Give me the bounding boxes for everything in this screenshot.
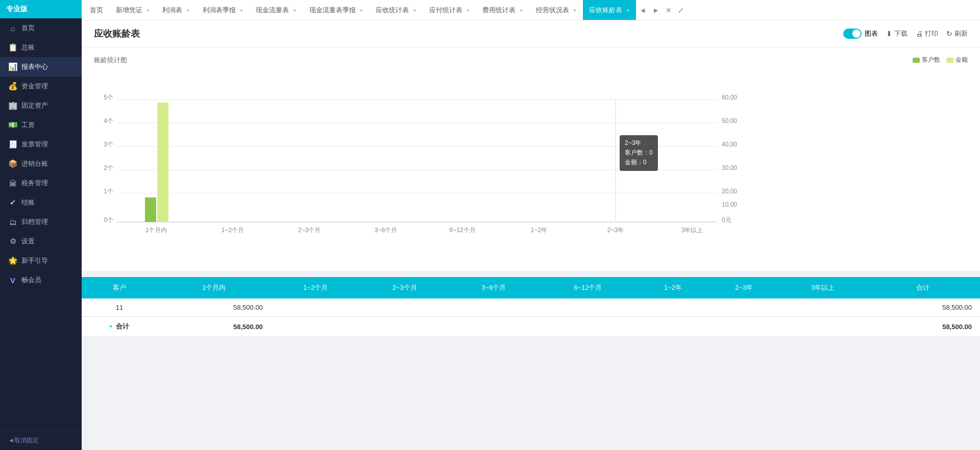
col-y3-plus: 3年以上 [779, 277, 866, 298]
tab-close-profit[interactable]: × [186, 7, 189, 13]
total-m1: 58,500.00 [157, 317, 271, 337]
sidebar-item-reports[interactable]: 📊 报表中心 [0, 57, 82, 77]
refresh-btn[interactable]: ↻ 刷新 [946, 29, 968, 38]
tab-profit[interactable]: 利润表 × [156, 0, 196, 20]
chart-legend: 客户数 金额 [913, 56, 968, 64]
svg-text:5个: 5个 [104, 94, 113, 101]
tab-ap-stat[interactable]: 应付统计表 × [423, 0, 476, 20]
sidebar-item-assets[interactable]: 🏢 固定资产 [0, 96, 82, 115]
guide-icon: 🌟 [8, 256, 17, 265]
tab-close-ar-aging[interactable]: × [626, 7, 629, 13]
tab-close-all-btn[interactable]: ✕ [663, 0, 675, 20]
tab-expand-btn[interactable]: ⤢ [675, 0, 687, 20]
tab-voucher[interactable]: 新增凭证 × [110, 0, 156, 20]
sidebar-item-label: 首页 [21, 23, 35, 33]
tab-prev-btn[interactable]: ◄ [636, 0, 649, 20]
sidebar-item-label: 归档管理 [21, 217, 48, 227]
tab-close-expense-stat[interactable]: × [520, 7, 523, 13]
sidebar-item-label: 工资 [21, 120, 35, 130]
tab-close-ap-stat[interactable]: × [467, 7, 470, 13]
cell-m3-6 [449, 298, 538, 317]
tab-next-btn[interactable]: ► [649, 0, 663, 20]
tab-label: 首页 [90, 6, 103, 15]
tab-cashflow-season[interactable]: 现金流量表季报 × [303, 0, 370, 20]
tab-close-cashflow-season[interactable]: × [360, 7, 363, 13]
cell-m1-2 [271, 298, 360, 317]
tab-cashflow[interactable]: 现金流量表 × [250, 0, 303, 20]
svg-text:0个: 0个 [104, 216, 113, 223]
col-m2-3: 2~3个月 [360, 277, 449, 298]
refresh-icon: ↻ [946, 30, 952, 38]
tab-profit-season[interactable]: 利润表季报 × [197, 0, 250, 20]
tab-label: 应付统计表 [429, 6, 462, 15]
bar-customers-0 [145, 197, 156, 222]
sidebar-item-inventory[interactable]: 📦 进销台账 [0, 154, 82, 173]
download-btn[interactable]: ⬇ 下载 [886, 29, 908, 38]
total-total: 58,500.00 [866, 317, 980, 337]
total-m3-6 [449, 317, 538, 337]
tab-label: 利润表季报 [203, 6, 236, 15]
tab-ar-stat[interactable]: 应收统计表 × [370, 0, 423, 20]
sidebar-item-closing[interactable]: ✔ 结账 [0, 193, 82, 212]
sidebar-item-funds[interactable]: 💰 资金管理 [0, 77, 82, 96]
tab-biz-status[interactable]: 经营状况表 × [530, 0, 583, 20]
sidebar-item-archive[interactable]: 🗂 归档管理 [0, 212, 82, 232]
tab-close-ar-stat[interactable]: × [413, 7, 416, 13]
svg-text:10,000.00元: 10,000.00元 [722, 201, 737, 208]
inventory-icon: 📦 [8, 159, 17, 168]
download-label: 下载 [894, 29, 908, 38]
tab-close-cashflow[interactable]: × [293, 7, 296, 13]
sidebar: 专业版 ⌂ 首页 📋 总账 📊 报表中心 💰 资金管理 🏢 固定资产 💵 工资 … [0, 0, 82, 450]
tab-label: 应收账龄表 [589, 6, 622, 15]
svg-text:2~3个月: 2~3个月 [298, 227, 321, 234]
sidebar-item-guide[interactable]: 🌟 新手引导 [0, 251, 82, 270]
total-m1-2 [271, 317, 360, 337]
tab-ar-aging[interactable]: 应收账龄表 × [583, 0, 636, 20]
sidebar-item-label: 进销台账 [21, 159, 48, 168]
sidebar-item-home[interactable]: ⌂ 首页 [0, 18, 82, 38]
tab-close-profit-season[interactable]: × [240, 7, 243, 13]
table-header-row: 客户 1个月内 1~2个月 2~3个月 3~6个月 6~12个月 1~2年 2~… [82, 277, 980, 298]
chart-title: 账龄统计图 [94, 56, 968, 65]
svg-text:6~12个月: 6~12个月 [449, 227, 475, 234]
tab-home[interactable]: 首页 [84, 0, 110, 20]
sidebar-item-invoice[interactable]: 🧾 发票管理 [0, 135, 82, 154]
print-btn[interactable]: 🖨 打印 [916, 29, 938, 38]
sidebar-item-ledger[interactable]: 📋 总账 [0, 38, 82, 57]
toggle-track[interactable] [843, 29, 862, 39]
tab-expense-stat[interactable]: 费用统计表 × [476, 0, 529, 20]
cell-y1-2 [638, 298, 708, 317]
col-m3-6: 3~6个月 [449, 277, 538, 298]
legend-customers-color [913, 58, 920, 63]
ledger-icon: 📋 [8, 43, 17, 52]
toggle-label: 图表 [865, 29, 878, 38]
sidebar-item-label: 设置 [21, 237, 35, 246]
tab-close-voucher[interactable]: × [146, 7, 150, 13]
sidebar-item-salary[interactable]: 💵 工资 [0, 115, 82, 135]
tab-close-biz-status[interactable]: × [573, 7, 576, 13]
page-header: 应收账龄表 图表 ⬇ 下载 🖨 打印 ↻ 刷新 [82, 20, 980, 47]
page-title: 应收账龄表 [94, 28, 140, 40]
cell-total: 58,500.00 [866, 298, 980, 317]
assets-icon: 🏢 [8, 101, 17, 110]
sidebar-item-tax[interactable]: 🏛 税务管理 [0, 173, 82, 193]
legend-customers-label: 客户数 [922, 56, 940, 64]
chart-toggle[interactable]: 图表 [843, 29, 878, 39]
settings-icon: ⚙ [8, 237, 17, 246]
header-actions: 图表 ⬇ 下载 🖨 打印 ↻ 刷新 [843, 29, 968, 39]
svg-text:1个: 1个 [104, 188, 113, 195]
sidebar-item-label: 资金管理 [21, 82, 48, 91]
sidebar-item-label: 税务管理 [21, 179, 48, 188]
unpin-action[interactable]: ◄取消固定 [0, 431, 82, 450]
svg-text:3年以上: 3年以上 [681, 227, 703, 234]
unpin-label: ◄取消固定 [8, 436, 39, 445]
svg-text:40,000.00元: 40,000.00元 [722, 141, 737, 148]
total-y2-3 [708, 317, 779, 337]
col-m1: 1个月内 [157, 277, 271, 298]
legend-customers: 客户数 [913, 56, 940, 64]
sidebar-item-member[interactable]: V 畅会员 [0, 270, 82, 290]
sidebar-item-settings[interactable]: ⚙ 设置 [0, 232, 82, 251]
total-m6-12 [538, 317, 638, 337]
chart-container: 账龄统计图 客户数 金额 5个 4个 3个 2个 1个 [82, 47, 980, 271]
col-m1-2: 1~2个月 [271, 277, 360, 298]
